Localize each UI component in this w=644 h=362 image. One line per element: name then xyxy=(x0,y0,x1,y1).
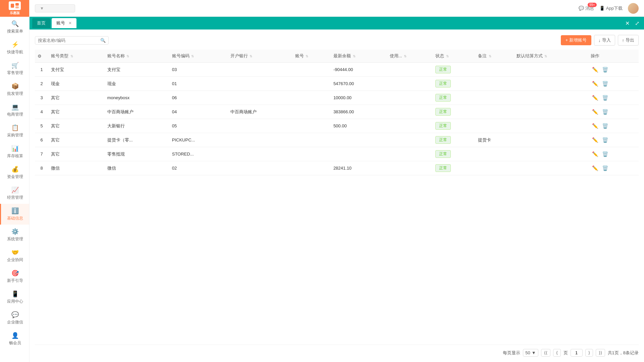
next-page-button[interactable]: ⟩ xyxy=(585,349,593,357)
status-badge: 正常 xyxy=(435,122,451,130)
prev-page-button[interactable]: ⟨ xyxy=(553,349,561,357)
page-input[interactable] xyxy=(571,349,583,357)
row-settlement xyxy=(514,63,588,77)
message-button[interactable]: 💬 消息 99+ xyxy=(579,5,594,11)
sidebar-item-wholesale[interactable]: 📦 批发管理 xyxy=(0,79,29,100)
row-settlement xyxy=(514,91,588,105)
edit-button[interactable]: ✏️ xyxy=(591,80,600,87)
row-settlement xyxy=(514,105,588,119)
tab-close-icon[interactable]: ✕ xyxy=(68,21,72,25)
settings-icon[interactable]: ⚙ xyxy=(38,54,42,59)
sidebar-item-label: 批发管理 xyxy=(7,91,23,97)
edit-button[interactable]: ✏️ xyxy=(591,66,600,73)
logo-icon xyxy=(9,1,21,10)
row-balance xyxy=(331,147,387,161)
edit-button[interactable]: ✏️ xyxy=(591,165,600,172)
table-body: 1 支付宝 支付宝 03 -90444.00 正常 ✏️ 🗑️ 2 现金 现金 … xyxy=(35,63,639,175)
user-avatar[interactable] xyxy=(628,3,639,14)
row-index: 3 xyxy=(35,91,48,105)
row-usage xyxy=(387,63,433,77)
export-button[interactable]: ↑ 导出 xyxy=(618,35,639,46)
page-label: 页 xyxy=(564,350,568,356)
dropdown-icon[interactable]: ▼ xyxy=(40,6,44,11)
app-download-button[interactable]: 📱 App下载 xyxy=(599,5,623,11)
sidebar-item-guide[interactable]: 🎯 新手引导 xyxy=(0,266,29,287)
row-op: ✏️ 🗑️ xyxy=(588,91,639,105)
per-page-label: 每页显示 xyxy=(503,350,520,356)
sidebar-item-purchase[interactable]: 📋 采购管理 xyxy=(0,121,29,141)
row-type: 微信 xyxy=(48,161,105,175)
col-remark: 备注 ⇅ xyxy=(475,50,514,63)
sidebar-item-operation[interactable]: 📈 经营管理 xyxy=(0,183,29,204)
row-type: 其它 xyxy=(48,105,105,119)
tab-close-window-button[interactable]: ✕ xyxy=(623,19,632,27)
content-area: 🔍 + 新增账号 ↓ 导入 ↑ 导出 ⚙ 账号类型 ⇅ xyxy=(30,29,644,362)
delete-button[interactable]: 🗑️ xyxy=(601,150,610,158)
sidebar-item-finance[interactable]: 💰 资金管理 xyxy=(0,162,29,183)
edit-button[interactable]: ✏️ xyxy=(591,108,600,116)
toolbar-right: + 新增账号 ↓ 导入 ↑ 导出 xyxy=(561,35,639,46)
row-usage xyxy=(387,147,433,161)
tab-home[interactable]: 首页 xyxy=(32,18,50,28)
edit-button[interactable]: ✏️ xyxy=(591,150,600,158)
row-usage xyxy=(387,77,433,91)
app-subtitle: 乐惠版 xyxy=(10,11,20,15)
import-icon: ↓ xyxy=(598,38,601,43)
first-page-button[interactable]: ⟨⟨ xyxy=(541,349,550,357)
delete-button[interactable]: 🗑️ xyxy=(601,108,610,116)
row-index: 5 xyxy=(35,119,48,133)
sidebar-item-shortcut[interactable]: ⚡ 快捷导航 xyxy=(0,38,29,58)
sidebar-item-wechat[interactable]: 💬 企业微信 xyxy=(0,308,29,328)
sidebar-item-label: 库存核算 xyxy=(7,153,23,159)
sidebar-item-retail[interactable]: 🛒 零售管理 xyxy=(0,58,29,79)
search-icon[interactable]: 🔍 xyxy=(100,38,106,43)
add-account-button[interactable]: + 新增账号 xyxy=(561,35,591,45)
topbar-left: ▼ xyxy=(35,4,75,12)
row-name: moneybosx xyxy=(105,91,169,105)
tab-account[interactable]: 账号 ✕ xyxy=(52,18,76,28)
sidebar-item-ecommerce[interactable]: 💻 电商管理 xyxy=(0,100,29,121)
table-row: 5 其它 大新银行 05 500.00 正常 ✏️ 🗑️ xyxy=(35,119,639,133)
sidebar-item-label: 采购管理 xyxy=(7,132,23,138)
account-tab-label: 账号 xyxy=(56,20,65,26)
delete-button[interactable]: 🗑️ xyxy=(601,165,610,172)
delete-button[interactable]: 🗑️ xyxy=(601,136,610,144)
delete-button[interactable]: 🗑️ xyxy=(601,80,610,87)
import-button[interactable]: ↓ 导入 xyxy=(594,35,615,46)
sidebar-item-search[interactable]: 🔍 搜索菜单 xyxy=(0,17,29,38)
edit-button[interactable]: ✏️ xyxy=(591,136,600,144)
sidebar-item-basic[interactable]: ℹ️ 基础信息 xyxy=(0,204,29,225)
col-settings[interactable]: ⚙ xyxy=(35,50,48,63)
inventory-nav-icon: 📊 xyxy=(11,145,19,152)
row-index: 6 xyxy=(35,133,48,147)
row-account xyxy=(292,161,331,175)
sidebar-item-inventory[interactable]: 📊 库存核算 xyxy=(0,141,29,162)
sidebar-item-label: 基础信息 xyxy=(7,216,23,221)
appcenter-nav-icon: 📱 xyxy=(11,290,19,298)
delete-button[interactable]: 🗑️ xyxy=(601,122,610,130)
delete-button[interactable]: 🗑️ xyxy=(601,94,610,102)
topbar: ▼ 💬 消息 99+ 📱 App下载 xyxy=(30,0,644,17)
sidebar-item-member[interactable]: 👤 畅会员 xyxy=(0,328,29,349)
edit-button[interactable]: ✏️ xyxy=(591,122,600,130)
row-name: 微信 xyxy=(105,161,169,175)
row-status: 正常 xyxy=(433,77,475,91)
edit-button[interactable]: ✏️ xyxy=(591,94,600,102)
total-label: 共1页，8条记录 xyxy=(608,350,639,356)
row-code: STORED... xyxy=(169,147,228,161)
per-page-select[interactable]: 50 ▼ xyxy=(523,349,538,357)
row-account xyxy=(292,91,331,105)
sidebar-item-system[interactable]: ⚙️ 系统管理 xyxy=(0,225,29,245)
sidebar-item-label: 快捷导航 xyxy=(7,49,23,55)
tab-expand-button[interactable]: ⤢ xyxy=(633,19,641,27)
row-account xyxy=(292,63,331,77)
status-badge: 正常 xyxy=(435,136,451,144)
export-label: 导出 xyxy=(626,37,634,43)
last-page-button[interactable]: ⟩⟩ xyxy=(596,349,605,357)
sidebar-item-cooperation[interactable]: 🤝 企业协同 xyxy=(0,245,29,266)
search-input[interactable] xyxy=(38,38,98,43)
row-balance: -90444.00 xyxy=(331,63,387,77)
sidebar-item-appcenter[interactable]: 📱 应用中心 xyxy=(0,287,29,308)
delete-button[interactable]: 🗑️ xyxy=(601,66,610,73)
row-op: ✏️ 🗑️ xyxy=(588,147,639,161)
